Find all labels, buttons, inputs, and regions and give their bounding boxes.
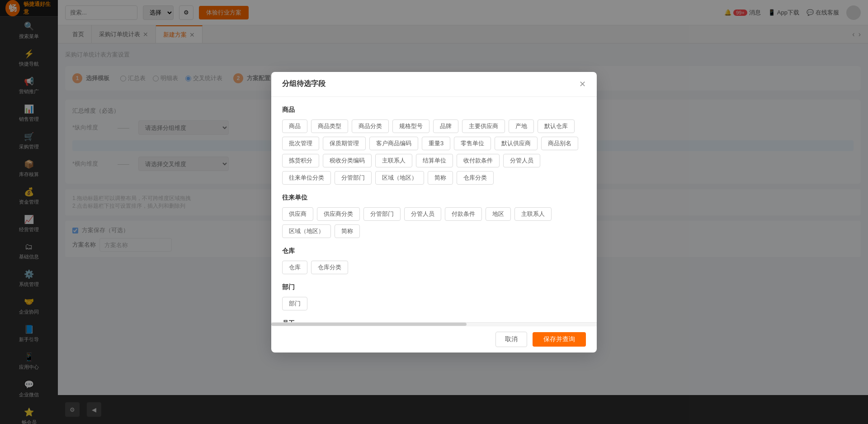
- field-tag-1-5[interactable]: 地区: [486, 207, 511, 221]
- field-tag-1-7[interactable]: 区域（地区）: [282, 224, 331, 238]
- field-section-2: 仓库仓库仓库分类: [282, 247, 586, 274]
- field-tag-0-12[interactable]: 零售单位: [454, 137, 491, 150]
- field-tag-0-24[interactable]: 简称: [428, 171, 453, 185]
- field-tag-0-3[interactable]: 规格型号: [392, 119, 429, 133]
- field-section-1: 往来单位供应商供应商分类分管部门分管人员付款条件地区主联系人区域（地区）简称: [282, 194, 586, 238]
- field-tags-0: 商品商品类型商品分类规格型号品牌主要供应商产地默认仓库批次管理保质期管理客户商品…: [282, 119, 586, 185]
- field-tag-0-2[interactable]: 商品分类: [352, 119, 389, 133]
- field-tag-1-6[interactable]: 主联系人: [514, 207, 552, 221]
- field-tag-0-8[interactable]: 批次管理: [282, 137, 319, 150]
- save-query-button[interactable]: 保存并查询: [533, 332, 586, 347]
- modal-overlay: 分组待选字段 ✕ 商品商品商品类型商品分类规格型号品牌主要供应商产地默认仓库批次…: [0, 0, 868, 424]
- field-section-title-0: 商品: [282, 106, 586, 114]
- field-tag-0-1[interactable]: 商品类型: [311, 119, 348, 133]
- field-tag-0-17[interactable]: 主联系人: [375, 154, 412, 167]
- field-tags-1: 供应商供应商分类分管部门分管人员付款条件地区主联系人区域（地区）简称: [282, 207, 586, 238]
- field-tag-0-5[interactable]: 主要供应商: [462, 119, 505, 133]
- modal-hscroll[interactable]: [271, 322, 597, 326]
- field-tag-0-21[interactable]: 往来单位分类: [282, 171, 331, 185]
- field-tag-0-18[interactable]: 结算单位: [416, 154, 453, 167]
- field-tag-0-11[interactable]: 重量3: [422, 137, 450, 150]
- modal: 分组待选字段 ✕ 商品商品商品类型商品分类规格型号品牌主要供应商产地默认仓库批次…: [271, 72, 597, 353]
- field-tag-0-23[interactable]: 区域（地区）: [375, 171, 424, 185]
- field-section-3: 部门部门: [282, 283, 586, 310]
- field-tag-1-3[interactable]: 分管人员: [404, 207, 441, 221]
- field-tag-0-13[interactable]: 默认供应商: [495, 137, 538, 150]
- modal-footer: 取消 保存并查询: [271, 326, 597, 353]
- modal-hscroll-bar: [271, 323, 467, 326]
- field-tag-2-1[interactable]: 仓库分类: [311, 261, 348, 274]
- modal-body: 商品商品商品类型商品分类规格型号品牌主要供应商产地默认仓库批次管理保质期管理客户…: [271, 97, 597, 322]
- field-tag-0-4[interactable]: 品牌: [433, 119, 458, 133]
- field-tags-2: 仓库仓库分类: [282, 261, 586, 274]
- field-tag-1-2[interactable]: 分管部门: [363, 207, 401, 221]
- field-tag-0-14[interactable]: 商品别名: [541, 137, 578, 150]
- field-tag-0-10[interactable]: 客户商品编码: [369, 137, 418, 150]
- field-tag-0-16[interactable]: 税收分类编码: [323, 154, 372, 167]
- field-section-title-3: 部门: [282, 283, 586, 291]
- field-tag-0-9[interactable]: 保质期管理: [323, 137, 366, 150]
- field-tag-0-20[interactable]: 分管人员: [503, 154, 540, 167]
- field-section-0: 商品商品商品类型商品分类规格型号品牌主要供应商产地默认仓库批次管理保质期管理客户…: [282, 106, 586, 185]
- field-tag-0-15[interactable]: 拣货积分: [282, 154, 319, 167]
- field-tag-1-0[interactable]: 供应商: [282, 207, 313, 221]
- field-tag-1-8[interactable]: 简称: [335, 224, 360, 238]
- field-tag-0-19[interactable]: 收付款条件: [457, 154, 500, 167]
- modal-title: 分组待选字段: [282, 79, 326, 89]
- field-tag-0-0[interactable]: 商品: [282, 119, 307, 133]
- modal-close-button[interactable]: ✕: [579, 79, 586, 89]
- field-tag-0-22[interactable]: 分管部门: [335, 171, 372, 185]
- field-tag-0-25[interactable]: 仓库分类: [457, 171, 494, 185]
- field-section-title-1: 往来单位: [282, 194, 586, 202]
- modal-header: 分组待选字段 ✕: [271, 72, 597, 97]
- field-tag-0-7[interactable]: 默认仓库: [538, 119, 575, 133]
- field-section-title-2: 仓库: [282, 247, 586, 255]
- field-tag-2-0[interactable]: 仓库: [282, 261, 307, 274]
- field-tag-1-1[interactable]: 供应商分类: [317, 207, 360, 221]
- field-tag-0-6[interactable]: 产地: [509, 119, 534, 133]
- field-tag-3-0[interactable]: 部门: [282, 297, 307, 310]
- field-tags-3: 部门: [282, 297, 586, 310]
- cancel-button[interactable]: 取消: [495, 332, 527, 347]
- field-tag-1-4[interactable]: 付款条件: [445, 207, 482, 221]
